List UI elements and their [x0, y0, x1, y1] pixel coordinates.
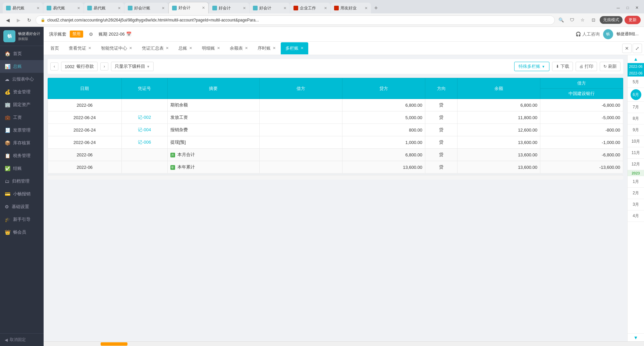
- sidebar-item-settings[interactable]: ⚙ 基础设置: [0, 200, 44, 213]
- period-display[interactable]: 账期 2022-06 📅: [99, 31, 131, 37]
- tab-close[interactable]: ✕: [273, 46, 276, 50]
- prev-account-btn[interactable]: ‹: [50, 62, 58, 70]
- sidebar-item-tax[interactable]: 📋 税务管理: [0, 149, 44, 162]
- filter-dropdown[interactable]: 只显示下级科目 ▼: [111, 62, 154, 71]
- sidebar-item-member[interactable]: 👑 畅会员: [0, 226, 44, 239]
- cell-voucher[interactable]: 记-004: [121, 124, 167, 136]
- sidebar-item-ledger[interactable]: 📊 总账: [0, 60, 44, 73]
- date-panel-up[interactable]: ▲: [628, 55, 644, 63]
- demo-badge[interactable]: 禁用: [70, 31, 83, 38]
- tab-balance-table[interactable]: 余额表 ✕: [225, 42, 253, 54]
- shield-icon[interactable]: 🛡: [568, 16, 576, 24]
- tab-close-icon[interactable]: ✕: [243, 6, 246, 10]
- date-item-2023-2[interactable]: 2月: [628, 188, 644, 199]
- tab-close-icon[interactable]: ✕: [202, 6, 205, 10]
- cell-voucher[interactable]: 记-002: [121, 111, 167, 124]
- incognito-badge[interactable]: 无痕模式: [600, 16, 623, 24]
- settings-button[interactable]: ⚙: [87, 30, 95, 39]
- date-item-2023-1[interactable]: 1月: [628, 176, 644, 188]
- sidebar-item-archive[interactable]: 🗂 归档管理: [0, 175, 44, 188]
- sidebar-item-home[interactable]: 🏠 首页: [0, 47, 44, 60]
- forward-button[interactable]: ▶: [14, 16, 23, 24]
- tab-general-ledger[interactable]: 总账 ✕: [174, 42, 197, 54]
- sidebar-toggle[interactable]: ⊡: [589, 16, 598, 24]
- tab-voucher-summary[interactable]: 凭证汇总表 ✕: [137, 42, 173, 54]
- sidebar-item-assets[interactable]: 🏢 固定资产: [0, 98, 44, 111]
- browser-tab-6[interactable]: 好会计 ✕: [209, 3, 249, 13]
- date-panel-down[interactable]: ▼: [628, 333, 644, 341]
- tab-close[interactable]: ✕: [88, 46, 91, 50]
- tab-close[interactable]: ✕: [217, 46, 220, 50]
- back-button[interactable]: ◀: [3, 16, 12, 24]
- browser-tab-7[interactable]: 好会计 ✕: [250, 3, 290, 13]
- tab-smart-voucher[interactable]: 智能凭证中心 ✕: [96, 42, 137, 54]
- special-btn[interactable]: 特殊多栏账 ▼: [514, 62, 549, 71]
- tab-voucher-view[interactable]: 查看凭证 ✕: [64, 42, 96, 54]
- bottom-scrollbar[interactable]: [44, 341, 644, 346]
- tab-close-icon[interactable]: ✕: [118, 6, 121, 10]
- tab-collapse-btn[interactable]: ✕: [622, 44, 632, 53]
- tab-close-icon[interactable]: ✕: [283, 6, 286, 10]
- tab-multi-column-active[interactable]: 多栏账 ✕: [281, 42, 308, 54]
- tab-close[interactable]: ✕: [245, 46, 248, 50]
- print-btn[interactable]: 🖨 打印: [576, 62, 597, 71]
- date-item-8[interactable]: 8月: [628, 113, 644, 125]
- date-item-2023-4[interactable]: 4月: [628, 210, 644, 222]
- tab-home[interactable]: 首页: [46, 42, 64, 54]
- window-minimize[interactable]: ─: [614, 3, 623, 12]
- star-icon[interactable]: ☆: [578, 16, 587, 24]
- tab-detail-ledger[interactable]: 明细账 ✕: [197, 42, 225, 54]
- browser-tab-9[interactable]: 用友好业 ✕: [331, 3, 371, 13]
- date-item-12[interactable]: 12月: [628, 159, 644, 170]
- date-item-10[interactable]: 10月: [628, 136, 644, 147]
- sidebar-item-inventory[interactable]: 📦 库存核算: [0, 137, 44, 149]
- sidebar-item-reports[interactable]: ☁ 云报表中心: [0, 73, 44, 86]
- update-button[interactable]: 更新: [625, 16, 641, 24]
- refresh-btn[interactable]: ↻ 刷新: [600, 62, 621, 71]
- tab-sequence-ledger[interactable]: 序时账 ✕: [253, 42, 280, 54]
- cell-voucher[interactable]: 记-006: [121, 136, 167, 149]
- browser-tab-3[interactable]: 易代账 ✕: [84, 3, 124, 13]
- search-icon[interactable]: 🔍: [557, 16, 566, 24]
- sidebar-footer[interactable]: ◀ 取消固定: [0, 333, 44, 346]
- tab-close-icon[interactable]: ✕: [365, 6, 368, 10]
- browser-tab-5-active[interactable]: 好会计 ✕: [168, 2, 209, 13]
- sidebar-item-guide[interactable]: 🎓 新手引导: [0, 213, 44, 226]
- browser-tab-8[interactable]: 企业工作 ✕: [290, 3, 330, 13]
- window-maximize[interactable]: □: [623, 3, 632, 12]
- sidebar-item-invoice[interactable]: 🧾 发票管理: [0, 124, 44, 137]
- tab-expand-btn[interactable]: ⤢: [633, 44, 642, 53]
- sidebar-item-closing[interactable]: ✅ 结账: [0, 162, 44, 175]
- new-tab-button[interactable]: +: [371, 3, 381, 13]
- tab-close[interactable]: ✕: [166, 46, 169, 50]
- tab-close[interactable]: ✕: [189, 46, 192, 50]
- tab-close[interactable]: ✕: [301, 46, 304, 50]
- sidebar-item-funds[interactable]: 💰 资金管理: [0, 86, 44, 98]
- horizontal-scrollbar[interactable]: [48, 175, 623, 180]
- account-selector[interactable]: 1002 银行存款: [61, 62, 98, 71]
- next-account-btn[interactable]: ›: [100, 62, 108, 70]
- url-bar[interactable]: 🔒 cloud2.chanjet.com/accounting/uh26t264…: [36, 15, 555, 25]
- sidebar-item-salary[interactable]: 💼 工资: [0, 111, 44, 124]
- date-item-11[interactable]: 11月: [628, 147, 644, 159]
- window-close[interactable]: ✕: [633, 3, 641, 12]
- date-item-2023-3[interactable]: 3月: [628, 199, 644, 210]
- browser-tab-4[interactable]: 好会计账 ✕: [124, 3, 168, 13]
- date-item-9[interactable]: 9月: [628, 125, 644, 136]
- tab-close[interactable]: ✕: [129, 46, 132, 50]
- date-item-7[interactable]: 7月: [628, 102, 644, 113]
- date-item-6-active[interactable]: 6月: [628, 88, 644, 102]
- browser-tab-1[interactable]: 易代账 ✕: [3, 3, 43, 13]
- tab-close-icon[interactable]: ✕: [77, 6, 80, 10]
- refresh-button[interactable]: ↻: [25, 16, 34, 24]
- user-name[interactable]: 畅捷通B组...: [616, 31, 639, 37]
- user-avatar[interactable]: 畅: [603, 29, 613, 39]
- sidebar-item-expense[interactable]: 💳 小畅报销: [0, 188, 44, 200]
- browser-tab-2[interactable]: 易代账 ✕: [43, 3, 84, 13]
- download-btn[interactable]: ⬇ 下载: [552, 62, 573, 71]
- tab-close-icon[interactable]: ✕: [324, 6, 327, 10]
- tab-close-icon[interactable]: ✕: [37, 6, 40, 10]
- tab-close-icon[interactable]: ✕: [162, 6, 165, 10]
- consult-button[interactable]: 🎧 人工咨询: [576, 31, 600, 37]
- date-item-5[interactable]: 5月: [628, 77, 644, 88]
